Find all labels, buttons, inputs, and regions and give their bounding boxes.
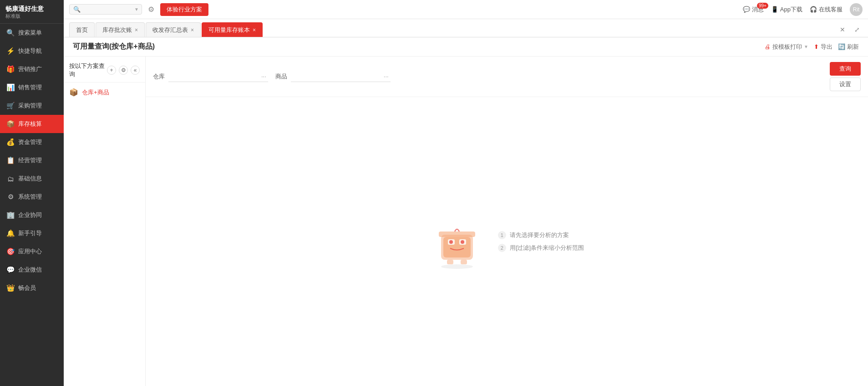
online-service-btn[interactable]: 🎧 在线客服 xyxy=(810,5,843,14)
sidebar-item-shortcut[interactable]: ⚡ 快捷导航 xyxy=(0,42,64,60)
headset-icon: 🎧 xyxy=(810,6,817,13)
settings-icon[interactable]: ⚙ xyxy=(145,3,157,16)
apps-icon: 🎯 xyxy=(6,247,15,256)
sidebar-scroll: 🔍 搜索菜单 ⚡ 快捷导航 🎁 营销推广 📊 销售管理 🛒 采购管理 📦 库存核… xyxy=(0,24,64,386)
filter-header: 按以下方案查询 + ⚙ « xyxy=(64,62,145,82)
sidebar-item-base[interactable]: 🗂 基础信息 xyxy=(0,170,64,188)
sidebar-item-purchase[interactable]: 🛒 采购管理 xyxy=(0,97,64,115)
topbar-search-box[interactable]: 🔍 ▼ xyxy=(69,4,142,15)
message-badge: 99+ xyxy=(757,3,768,9)
print-btn[interactable]: 🖨 按模板打印 ▼ xyxy=(765,43,808,51)
query-filters: 仓库 ··· 商品 ··· 查询 设置 xyxy=(146,57,868,97)
print-label: 按模板打印 xyxy=(772,43,802,51)
edit-scheme-btn[interactable]: ⚙ xyxy=(119,66,128,75)
page-title: 可用量查询(按仓库+商品) xyxy=(73,42,155,51)
sidebar-item-capital[interactable]: 💰 资金管理 xyxy=(0,133,64,151)
collapse-panel-btn[interactable]: « xyxy=(131,66,140,75)
expand-btn[interactable]: ⤢ xyxy=(852,24,863,35)
sidebar-item-label: 库存核算 xyxy=(18,120,42,128)
sidebar-item-label: 快捷导航 xyxy=(18,47,42,55)
svg-point-4 xyxy=(449,240,453,244)
system-icon: ⚙ xyxy=(6,193,15,201)
sidebar-item-newbie[interactable]: 🔔 新手引导 xyxy=(0,224,64,242)
topbar: 🔍 ▼ ⚙ 体验行业方案 💬 消息 99+ 📱 App下载 🎧 在线客服 xyxy=(64,0,868,19)
step-num-2: 2 xyxy=(498,244,506,252)
sidebar-item-system[interactable]: ⚙ 系统管理 xyxy=(0,188,64,206)
empty-step-2-label: 用[过滤]条件来缩小分析范围 xyxy=(510,244,584,252)
enterprise-icon: 🏢 xyxy=(6,211,15,219)
refresh-btn[interactable]: 🔄 刷新 xyxy=(838,43,859,51)
sidebar-item-marketing[interactable]: 🎁 营销推广 xyxy=(0,60,64,78)
dropdown-icon: ▼ xyxy=(134,7,139,12)
sidebar-item-label: 资金管理 xyxy=(18,138,42,146)
scheme-icon: 📦 xyxy=(69,88,78,97)
sidebar-item-label: 新手引导 xyxy=(18,229,42,237)
warehouse-label: 仓库 xyxy=(153,72,165,81)
empty-state: 1 请先选择要分析的方案 2 用[过滤]条件来缩小分析范围 xyxy=(146,97,868,386)
warehouse-input[interactable] xyxy=(168,71,259,82)
add-scheme-btn[interactable]: + xyxy=(107,66,116,75)
query-btn[interactable]: 查询 xyxy=(830,62,861,76)
goods-input[interactable] xyxy=(291,71,382,82)
warehouse-field: 仓库 ··· xyxy=(153,71,268,82)
topbar-right: 💬 消息 99+ 📱 App下载 🎧 在线客服 Rit xyxy=(743,3,863,16)
export-btn[interactable]: ⬆ 导出 xyxy=(814,43,832,51)
sidebar-item-sales[interactable]: 📊 销售管理 xyxy=(0,78,64,97)
industry-btn[interactable]: 体验行业方案 xyxy=(160,3,208,16)
settings-btn[interactable]: 设置 xyxy=(830,77,861,91)
tab-label: 收发存汇总表 xyxy=(152,26,188,34)
message-btn[interactable]: 💬 消息 99+ xyxy=(743,5,764,14)
tab-home[interactable]: 首页 xyxy=(69,22,95,37)
capital-icon: 💰 xyxy=(6,138,15,146)
avatar-text: Rit xyxy=(853,6,860,13)
tab-label: 首页 xyxy=(76,26,88,34)
refresh-label: 刷新 xyxy=(847,43,859,51)
filter-header-actions: + ⚙ « xyxy=(107,66,140,75)
app-edition: 标准版 xyxy=(5,13,58,20)
user-menu[interactable]: Rit xyxy=(850,3,863,16)
svg-rect-1 xyxy=(443,237,471,257)
warehouse-more-btn[interactable]: ··· xyxy=(259,73,268,80)
goods-more-btn[interactable]: ··· xyxy=(382,73,391,80)
goods-input-wrapper: ··· xyxy=(291,71,391,82)
app-download-btn[interactable]: 📱 App下载 xyxy=(771,5,802,14)
app-download-icon: 📱 xyxy=(771,6,778,13)
tab-bar-right: ✕ ⤢ xyxy=(837,24,863,37)
export-label: 导出 xyxy=(821,43,832,51)
query-area: 仓库 ··· 商品 ··· 查询 设置 xyxy=(146,57,868,386)
sidebar-item-label: 经营管理 xyxy=(18,156,42,165)
close-tab-btn[interactable]: ✕ xyxy=(837,24,848,35)
empty-step-1-label: 请先选择要分析的方案 xyxy=(510,231,569,239)
base-icon: 🗂 xyxy=(6,175,15,183)
tab-available[interactable]: 可用量库存账本× xyxy=(202,22,263,37)
sidebar-item-search[interactable]: 🔍 搜索菜单 xyxy=(0,24,64,42)
sidebar-item-apps[interactable]: 🎯 应用中心 xyxy=(0,242,64,261)
sidebar-item-enterprise[interactable]: 🏢 企业协同 xyxy=(0,206,64,224)
sidebar-item-wechat[interactable]: 💬 企业微信 xyxy=(0,261,64,279)
refresh-icon: 🔄 xyxy=(838,43,845,50)
marketing-icon: 🎁 xyxy=(6,65,15,73)
sidebar: 畅康通好生意 标准版 🔍 搜索菜单 ⚡ 快捷导航 🎁 营销推广 📊 销售管理 🛒… xyxy=(0,0,64,386)
sidebar-item-member[interactable]: 👑 畅会员 xyxy=(0,279,64,297)
goods-label: 商品 xyxy=(275,72,287,81)
operation-icon: 📋 xyxy=(6,156,15,165)
sidebar-item-operation[interactable]: 📋 经营管理 xyxy=(0,151,64,170)
tab-close-btn[interactable]: × xyxy=(253,27,256,33)
svg-point-5 xyxy=(461,240,464,244)
avatar: Rit xyxy=(850,3,863,16)
svg-rect-6 xyxy=(439,232,475,237)
tab-close-btn[interactable]: × xyxy=(191,27,194,33)
topbar-search-input[interactable] xyxy=(82,6,132,13)
member-icon: 👑 xyxy=(6,284,15,292)
filter-panel: 按以下方案查询 + ⚙ « 📦 仓库+商品 xyxy=(64,57,146,386)
tab-summary[interactable]: 收发存汇总表× xyxy=(146,22,201,37)
inventory-icon: 📦 xyxy=(6,120,15,128)
tab-batch[interactable]: 库存批次账× xyxy=(96,22,145,37)
scheme-item-warehouse-goods[interactable]: 📦 仓库+商品 xyxy=(64,84,145,100)
tab-close-btn[interactable]: × xyxy=(135,27,138,33)
sidebar-item-label: 基础信息 xyxy=(18,175,42,183)
sidebar-item-inventory[interactable]: 📦 库存核算 xyxy=(0,115,64,133)
sidebar-logo: 畅康通好生意 标准版 xyxy=(0,0,64,24)
print-icon: 🖨 xyxy=(765,43,771,50)
sidebar-item-label: 系统管理 xyxy=(18,193,42,201)
